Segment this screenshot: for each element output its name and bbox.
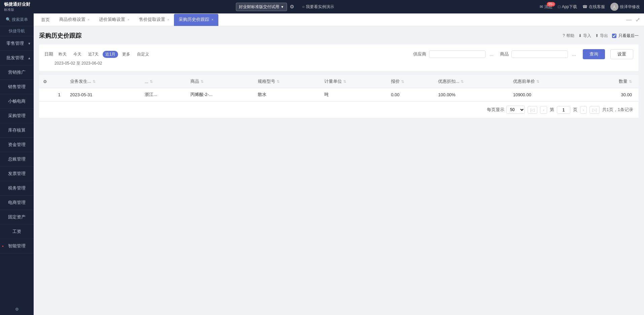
sidebar-quick-nav-label: 快捷导航: [9, 29, 25, 33]
row-spec-cell: 散水: [254, 88, 320, 101]
message-btn[interactable]: ✉ 消息 99+: [540, 4, 552, 10]
sidebar-item-ecom[interactable]: 电商管理: [0, 196, 34, 210]
tabs-maximize-btn[interactable]: ⤢: [634, 16, 641, 24]
query-btn[interactable]: 查询: [583, 49, 605, 59]
export-btn[interactable]: ⬆ 导出: [595, 33, 608, 39]
supplier-filter-group: 供应商 ...: [413, 50, 495, 58]
tab-purchase-history[interactable]: 采购历史价跟踪 ×: [174, 14, 218, 26]
sidebar-item-inventory[interactable]: 库存核算: [0, 123, 34, 138]
page-label: 页: [573, 107, 577, 113]
th-discount-pct[interactable]: 优惠折扣... ⇅: [434, 75, 509, 88]
sidebar: 🔍 搜索菜单 快捷导航 零售管理 ▼ 批发管理 ▲ 营销推广 销售管理 小畅电商…: [0, 13, 34, 315]
sort-extra-icon[interactable]: ⇅: [150, 79, 153, 84]
first-page-btn[interactable]: |◁: [528, 106, 537, 114]
sidebar-settings-btn[interactable]: ⚙: [0, 304, 34, 315]
sort-quoted-price-icon[interactable]: ⇅: [401, 79, 404, 84]
tab-purchase-strategy-close-icon[interactable]: ×: [127, 18, 129, 22]
sidebar-item-wholesale[interactable]: 批发管理 ▲: [0, 51, 34, 65]
table-row: 1 2023-05-31 浙江... 丙烯酸-2-... 散水 吨 0.00 1…: [39, 88, 639, 101]
demo-link[interactable]: ○ 我要看实例演示: [302, 4, 334, 10]
sidebar-item-ecom-mini[interactable]: 小畅电商: [0, 94, 34, 109]
row-quoted-price-cell: 0.00: [387, 88, 434, 101]
per-page-wrap: 每页显示 20 50 100: [487, 106, 525, 114]
th-quantity[interactable]: 数量 ⇅: [585, 75, 639, 88]
supplier-input[interactable]: [432, 52, 482, 57]
sidebar-item-ecom-label: 电商管理: [3, 200, 31, 206]
tab-product-price-close-icon[interactable]: ×: [87, 18, 90, 22]
sort-quantity-icon[interactable]: ⇅: [629, 79, 632, 84]
sort-business-date-icon[interactable]: ⇅: [93, 79, 96, 84]
th-unit[interactable]: 计量单位 ⇅: [320, 75, 387, 88]
date-opt-7days[interactable]: 近7天: [85, 51, 101, 58]
sort-unit-icon[interactable]: ⇅: [343, 79, 346, 84]
edition-settings-icon[interactable]: ⚙: [288, 2, 295, 11]
th-extra[interactable]: ... ⇅: [141, 75, 186, 88]
next-page-btn[interactable]: ›: [580, 106, 587, 114]
sidebar-item-finance[interactable]: 资金管理: [0, 138, 34, 152]
edition-select[interactable]: 好业财标准版交付试用 ▼: [236, 3, 287, 11]
page-actions: ? 帮助 ⬇ 导入 ⬆ 导出 只看最后一: [563, 33, 639, 39]
sidebar-item-ledger[interactable]: 总账管理: [0, 152, 34, 167]
date-opt-1month[interactable]: 近1月: [103, 51, 118, 58]
sidebar-item-retail[interactable]: 零售管理 ▼: [0, 36, 34, 51]
row-extra-cell: 浙江...: [141, 88, 186, 101]
product-dots[interactable]: ...: [571, 51, 577, 58]
last-page-btn[interactable]: ▷|: [589, 106, 599, 114]
sort-spec-icon[interactable]: ⇅: [277, 79, 280, 84]
tab-price-extract[interactable]: 售价提取设置 ×: [134, 14, 174, 26]
row-unit-cell: 吨: [320, 88, 387, 101]
product-input[interactable]: [514, 52, 565, 57]
sort-price-before-disc-icon[interactable]: ⇅: [536, 79, 539, 84]
tab-price-extract-label: 售价提取设置: [139, 16, 165, 23]
only-last-checkbox-wrap: 只看最后一: [612, 33, 639, 39]
avatar: 人: [610, 3, 618, 11]
filter-settings-btn[interactable]: 设置: [610, 49, 633, 59]
th-product[interactable]: 商品 ⇅: [186, 75, 254, 88]
th-price-before-disc[interactable]: 优惠前单价 ⇅: [509, 75, 585, 88]
help-btn[interactable]: ? 帮助: [563, 33, 574, 39]
sidebar-item-payroll[interactable]: 工资: [0, 224, 34, 239]
app-download-btn[interactable]: □ App下载: [558, 4, 577, 10]
sidebar-item-ledger-label: 总账管理: [3, 156, 31, 162]
sort-product-icon[interactable]: ⇅: [201, 79, 204, 84]
sidebar-item-purchase[interactable]: 采购管理: [0, 109, 34, 123]
tab-home[interactable]: 首页: [36, 14, 55, 26]
sidebar-item-sales[interactable]: 销售管理: [0, 80, 34, 94]
page-content: 采购历史价跟踪 ? 帮助 ⬇ 导入 ⬆ 导出: [34, 26, 644, 315]
tab-purchase-history-close-icon[interactable]: ×: [211, 18, 213, 22]
sidebar-item-marketing[interactable]: 营销推广: [0, 65, 34, 80]
th-quoted-price[interactable]: 报价 ⇅: [387, 75, 434, 88]
filter-row: 日期 昨天 今天 近7天 近1月 更多 自定义 供应商: [44, 49, 633, 59]
tabs-minimize-btn[interactable]: —: [625, 16, 633, 24]
date-opt-yesterday[interactable]: 昨天: [56, 51, 69, 58]
sort-discount-pct-icon[interactable]: ⇅: [461, 79, 464, 84]
tabs-right: — ⤢: [625, 16, 641, 24]
per-page-select[interactable]: 20 50 100: [506, 106, 525, 114]
online-service-btn[interactable]: ☎ 在线客服: [582, 4, 605, 10]
prev-page-btn[interactable]: ‹: [540, 106, 547, 114]
logo-area: 畅捷通好业财 标准版: [4, 2, 30, 12]
th-business-date[interactable]: 业务发生... ⇅: [66, 75, 141, 88]
th-spec[interactable]: 规格型号 ⇅: [254, 75, 320, 88]
tab-product-price[interactable]: 商品价格设置 ×: [55, 14, 94, 26]
sidebar-item-ecom-mini-label: 小畅电商: [3, 98, 31, 104]
sidebar-search[interactable]: 🔍 搜索菜单: [0, 13, 34, 26]
supplier-dots[interactable]: ...: [488, 51, 495, 58]
message-badge: 99+: [547, 2, 555, 6]
tab-purchase-strategy[interactable]: 进价策略设置 ×: [94, 14, 134, 26]
sidebar-item-fixed-assets[interactable]: 固定资产: [0, 210, 34, 224]
date-opt-more[interactable]: 更多: [119, 51, 133, 58]
sidebar-item-invoice[interactable]: 发票管理: [0, 167, 34, 181]
user-menu[interactable]: 人 徐泽华修改: [610, 3, 640, 11]
date-opt-custom[interactable]: 自定义: [134, 51, 152, 58]
filter-area: 日期 昨天 今天 近7天 近1月 更多 自定义 供应商: [39, 44, 639, 71]
sidebar-item-tax[interactable]: 税务管理: [0, 181, 34, 196]
th-settings[interactable]: ⚙: [39, 75, 52, 88]
tab-price-extract-close-icon[interactable]: ×: [167, 18, 169, 22]
date-opt-today[interactable]: 今天: [71, 51, 84, 58]
sidebar-item-intelligent[interactable]: 智能管理: [0, 239, 34, 253]
page-number-input[interactable]: [557, 106, 570, 114]
sidebar-quick-nav[interactable]: 快捷导航: [0, 26, 34, 36]
import-btn[interactable]: ⬇ 导入: [578, 33, 591, 39]
only-last-checkbox[interactable]: [612, 34, 616, 38]
